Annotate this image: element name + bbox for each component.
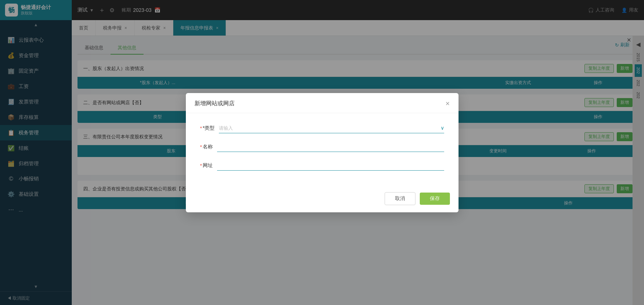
dialog-footer: 取消 保存 xyxy=(186,186,459,212)
type-field: ∨ xyxy=(219,123,444,133)
form-row-url: * 网址 xyxy=(200,161,444,171)
url-field xyxy=(217,161,444,171)
type-required-mark: * xyxy=(200,125,202,131)
name-input[interactable] xyxy=(217,143,444,150)
url-input[interactable] xyxy=(217,162,444,169)
url-required-mark: * xyxy=(200,163,202,168)
dialog-close-button[interactable]: × xyxy=(446,100,450,108)
type-dropdown-icon[interactable]: ∨ xyxy=(441,125,444,131)
name-required-mark: * xyxy=(200,144,202,150)
dialog: 新增网站或网店 × * *类型 ∨ * 名称 xyxy=(186,93,459,212)
form-row-name: * 名称 xyxy=(200,142,444,152)
dialog-body: * *类型 ∨ * 名称 * 网址 xyxy=(186,113,459,186)
type-input[interactable] xyxy=(219,125,440,131)
cancel-button[interactable]: 取消 xyxy=(385,192,415,205)
url-label: 网址 xyxy=(203,162,213,169)
name-label: 名称 xyxy=(203,144,213,150)
dialog-header: 新增网站或网店 × xyxy=(186,93,459,113)
form-row-type: * *类型 ∨ xyxy=(200,123,444,133)
name-field xyxy=(217,142,444,152)
dialog-title: 新增网站或网店 xyxy=(194,100,235,107)
save-button[interactable]: 保存 xyxy=(420,193,450,205)
type-label: *类型 xyxy=(203,125,215,131)
